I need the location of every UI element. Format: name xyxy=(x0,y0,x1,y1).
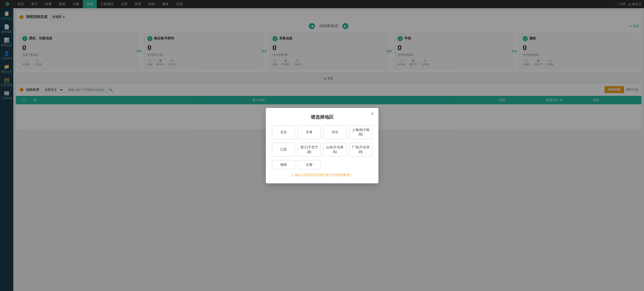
dialog-title: 请选择地区 xyxy=(272,114,372,120)
region-shanghai[interactable]: 上海(电子税局) xyxy=(349,125,372,139)
warning-text: ⚠ 除以上地区外其他地区暂不支持报税检查！ xyxy=(272,173,372,177)
region-guangdong[interactable]: 广东(不含深圳) xyxy=(349,143,372,156)
region-shandong[interactable]: 山东(不含青岛) xyxy=(323,143,347,156)
region-hebei[interactable]: 河北 xyxy=(323,125,347,139)
region-dialog: ✕ 请选择地区 北京 天津 河北 上海(电子税局) 江苏 浙江(不含宁波) 山东… xyxy=(266,108,378,183)
region-row-1: 北京 天津 河北 上海(电子税局) xyxy=(272,125,372,139)
region-jiangsu[interactable]: 江苏 xyxy=(272,143,295,156)
region-row-2: 江苏 浙江(不含宁波) 山东(不含青岛) 广东(不含深圳) xyxy=(272,143,372,156)
region-row-3: 海南 云南 xyxy=(272,160,372,169)
region-beijing[interactable]: 北京 xyxy=(272,125,295,139)
dialog-close-btn[interactable]: ✕ xyxy=(370,111,374,117)
region-yunnan[interactable]: 云南 xyxy=(298,160,321,169)
region-tianjin[interactable]: 天津 xyxy=(298,125,321,139)
overlay[interactable]: ✕ 请选择地区 北京 天津 河北 上海(电子税局) 江苏 浙江(不含宁波) 山东… xyxy=(0,0,644,291)
warning-icon: ⚠ xyxy=(291,173,294,177)
region-zhejiang[interactable]: 浙江(不含宁波) xyxy=(298,143,321,156)
region-hainan[interactable]: 海南 xyxy=(272,160,295,169)
